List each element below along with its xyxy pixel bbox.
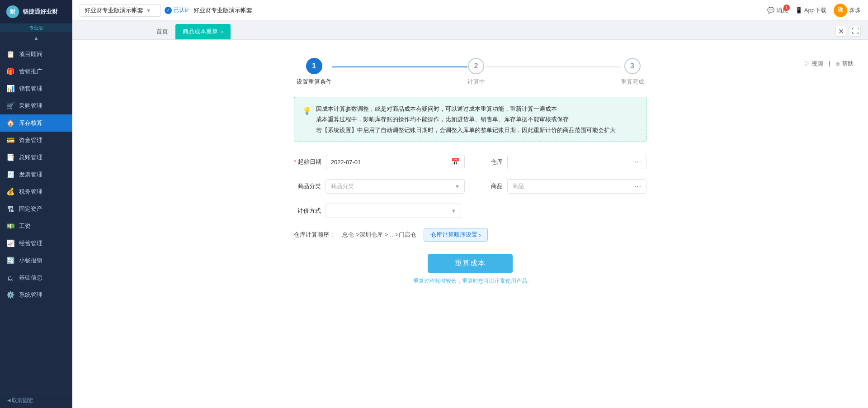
- verified-badge-area: ✓ 已认证: [165, 6, 190, 14]
- marketing-icon: 🎁: [6, 67, 14, 76]
- sidebar-item-operations[interactable]: 📈 经营管理: [0, 235, 72, 252]
- invoice-icon: 🧾: [6, 171, 14, 179]
- edition-badge: 专业版: [0, 24, 72, 32]
- form-row-2: 商品分类 商品分类 ▼ 商品 商品 ···: [294, 179, 646, 194]
- form-row-1: 起始日期 📅 仓库 ···: [294, 155, 646, 169]
- cancel-fixed-btn[interactable]: ◄取消固定: [0, 393, 72, 408]
- account-selector[interactable]: 好业财专业版演示帐套 ▼: [80, 4, 161, 17]
- recalc-area: 重算成本 重算过程耗时较长，重算时您可以正常使用产品: [294, 254, 646, 285]
- app-download-label: App下载: [804, 6, 826, 14]
- sidebar-item-basic[interactable]: 🗂 基础信息: [0, 269, 72, 286]
- category-group: 商品分类 商品分类 ▼: [294, 179, 465, 194]
- sidebar-item-finance[interactable]: 💳 资金管理: [0, 132, 72, 149]
- info-box: 💡 因成本计算参数调整，或是对商品成本有疑问时，可以通过成本重算功能，重新计算一…: [294, 97, 646, 142]
- sidebar-logo: 财 畅捷通好业财: [0, 0, 72, 24]
- sidebar-item-payroll[interactable]: 💵 工资: [0, 218, 72, 235]
- form-row-3: 计价方式 ▼: [294, 204, 461, 218]
- company-name: 好业财专业版演示帐套: [193, 6, 764, 14]
- sales-icon: 📊: [6, 85, 14, 93]
- pricing-chevron-icon: ▼: [451, 208, 456, 213]
- tab-cost-recalc[interactable]: 商品成本重算 ×: [175, 24, 231, 39]
- sidebar-item-label: 项目顾问: [19, 50, 42, 58]
- form-area: 起始日期 📅 仓库 ··· 商品分类: [294, 155, 646, 285]
- system-icon: ⚙️: [6, 291, 14, 299]
- calendar-icon[interactable]: 📅: [451, 158, 460, 166]
- sidebar-item-expense[interactable]: 🔄 小畅报销: [0, 252, 72, 269]
- app-download-btn[interactable]: 📱 App下载: [795, 6, 826, 14]
- warehouse-label: 仓库: [476, 158, 503, 166]
- logo-text: 畅捷通好业财: [23, 8, 58, 16]
- steps-container: 1 设置重算条件 2 计算中 3 重算完成 ▷ 视频 | ⊙ 帮助: [87, 51, 854, 97]
- verified-text: 已认证: [174, 6, 190, 14]
- warehouse-order-settings-btn[interactable]: 仓库计算顺序设置 ›: [424, 228, 488, 242]
- product-field[interactable]: 商品 ···: [507, 179, 646, 194]
- inventory-icon: 🏠: [6, 119, 14, 127]
- warehouse-dots-icon[interactable]: ···: [634, 158, 642, 166]
- warehouse-order-arrow-icon: ›: [479, 232, 481, 238]
- sidebar-item-invoice[interactable]: 🧾 发票管理: [0, 166, 72, 183]
- warehouse-field[interactable]: ···: [507, 155, 646, 169]
- start-date-input[interactable]: [331, 159, 448, 166]
- expand-window-btn[interactable]: ⛶: [850, 26, 861, 37]
- payroll-icon: 💵: [6, 222, 14, 230]
- sidebar-scroll-up[interactable]: ▲: [0, 32, 72, 44]
- info-line-1: 因成本计算参数调整，或是对商品成本有疑问时，可以通过成本重算功能，重新计算一遍成…: [316, 104, 616, 114]
- sidebar-item-tax[interactable]: 💰 税务管理: [0, 183, 72, 200]
- start-date-field[interactable]: 📅: [326, 155, 465, 169]
- expense-icon: 🔄: [6, 256, 14, 265]
- product-dots-icon[interactable]: ···: [634, 182, 642, 190]
- warehouse-order-label: 仓库计算顺序：: [294, 231, 335, 239]
- start-date-label: 起始日期: [294, 158, 321, 166]
- sidebar-item-label: 经营管理: [19, 239, 42, 247]
- basic-icon: 🗂: [6, 274, 14, 282]
- info-content: 因成本计算参数调整，或是对商品成本有疑问时，可以通过成本重算功能，重新计算一遍成…: [316, 104, 616, 135]
- sidebar-item-sales[interactable]: 📊 销售管理: [0, 80, 72, 97]
- pricing-group: 计价方式 ▼: [294, 204, 461, 218]
- finance-icon: 💳: [6, 136, 14, 144]
- close-window-btn[interactable]: ✕: [835, 26, 846, 37]
- accounting-icon: 📑: [6, 153, 14, 161]
- message-btn[interactable]: 💬 消息 1: [767, 6, 788, 14]
- notification-badge: 1: [783, 5, 790, 11]
- start-date-group: 起始日期 📅: [294, 155, 465, 169]
- tabs-bar: 首页 商品成本重算 × ✕ ⛶: [72, 21, 868, 40]
- step-1-circle: 1: [306, 58, 322, 74]
- tab-active-label: 商品成本重算: [183, 28, 218, 36]
- sidebar-item-purchase[interactable]: 🛒 采购管理: [0, 97, 72, 114]
- steps-help: ▷ 视频 | ⊙ 帮助: [804, 60, 854, 68]
- avatar: 珠: [834, 4, 847, 17]
- tabs-right-actions: ✕ ⛶: [835, 26, 861, 37]
- warehouse-order-value: 总仓->深圳仓库->...->门店仓: [342, 231, 416, 239]
- topbar-actions: 💬 消息 1 📱 App下载 珠 珠珠: [767, 4, 861, 17]
- sidebar-item-marketing[interactable]: 🎁 营销推广: [0, 63, 72, 80]
- cancel-fixed-label: ◄取消固定: [6, 397, 33, 404]
- step-1-label: 设置重算条件: [297, 78, 332, 86]
- tab-home[interactable]: 首页: [149, 24, 175, 39]
- user-profile-btn[interactable]: 珠 珠珠: [834, 4, 861, 17]
- pricing-select[interactable]: ▼: [326, 204, 461, 218]
- project-icon: 📋: [6, 50, 14, 58]
- main-area: 好业财专业版演示帐套 ▼ ✓ 已认证 好业财专业版演示帐套 💬 消息 1 📱 A…: [72, 0, 868, 408]
- topbar: 好业财专业版演示帐套 ▼ ✓ 已认证 好业财专业版演示帐套 💬 消息 1 📱 A…: [72, 0, 868, 21]
- sidebar-item-label: 采购管理: [19, 102, 42, 110]
- tab-close-icon[interactable]: ×: [221, 29, 223, 34]
- sidebar-item-label: 系统管理: [19, 291, 42, 299]
- step-line-1: [332, 66, 467, 67]
- mobile-icon: 📱: [795, 7, 802, 14]
- sidebar-item-label: 小畅报销: [19, 256, 42, 265]
- category-select[interactable]: 商品分类 ▼: [326, 179, 465, 194]
- sidebar-item-inventory[interactable]: 🏠 库存核算: [0, 114, 72, 132]
- sidebar-item-project[interactable]: 📋 项目顾问: [0, 46, 72, 63]
- sidebar-item-label: 总账管理: [19, 153, 42, 161]
- sidebar-item-label: 发票管理: [19, 171, 42, 179]
- sidebar-item-assets[interactable]: 🏗 固定资产: [0, 200, 72, 218]
- warehouse-group: 仓库 ···: [476, 155, 646, 169]
- help-btn[interactable]: ⊙ 帮助: [835, 60, 854, 68]
- step-3: 3 重算完成: [621, 58, 644, 86]
- sidebar-item-system[interactable]: ⚙️ 系统管理: [0, 286, 72, 304]
- video-btn[interactable]: ▷ 视频: [804, 60, 823, 68]
- recalc-button[interactable]: 重算成本: [428, 254, 513, 273]
- message-icon: 💬: [767, 7, 774, 14]
- sidebar-item-accounting[interactable]: 📑 总账管理: [0, 149, 72, 166]
- assets-icon: 🏗: [6, 205, 14, 213]
